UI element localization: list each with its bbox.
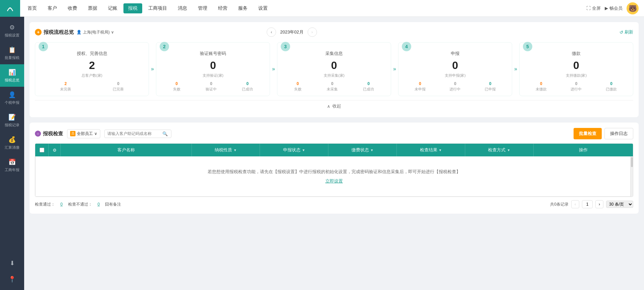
step-count-3: 0	[281, 59, 387, 72]
step-stat-label-2-1: 验证中	[206, 87, 217, 92]
batch-tax-icon: 📋	[8, 46, 16, 54]
double-arrow-icon-1: »	[151, 67, 154, 71]
step-stat-num-4-1: 0	[454, 81, 457, 86]
step-stat-num-1-0: 2	[64, 81, 67, 86]
nav-tax[interactable]: 报税	[123, 3, 142, 13]
step-stat-num-5-0: 0	[540, 81, 542, 86]
tax-check-header: ○ 报税检查 员 全部员工 ∨ 🔍 批量检查 操作日志	[35, 128, 633, 139]
step-stat-label-1-1: 已完善	[113, 87, 124, 92]
step-stat-num-3-0: 0	[297, 81, 299, 86]
next-page-button[interactable]: ›	[595, 200, 603, 208]
nav-fee[interactable]: 收费	[63, 3, 82, 13]
page-size-select[interactable]: 30 条/页 50 条/页 100 条/页	[606, 201, 633, 208]
nav-service[interactable]: 服务	[233, 3, 252, 13]
th-gear[interactable]: ⚙	[49, 144, 61, 156]
search-input[interactable]	[107, 131, 161, 136]
step-subtitle-2: 支持验证(家)	[160, 73, 266, 78]
step-stat-2-1: 0 验证中	[206, 81, 217, 92]
step-stat-num-4-0: 0	[419, 81, 421, 86]
pass-label: 检查通过：	[35, 202, 55, 207]
nav-manage[interactable]: 管理	[193, 3, 212, 13]
nav-business[interactable]: 工商项目	[144, 3, 172, 13]
employee-select[interactable]: 员 全部员工 ∨	[67, 129, 100, 138]
flow-step-5: 5 缴款 0 支持缴款(家) 0 未缴款 0 进行中	[519, 42, 633, 96]
search-icon[interactable]: 🔍	[162, 131, 168, 136]
refresh-button[interactable]: ↺ 刷新	[620, 29, 633, 35]
sidebar-item-individual-tax[interactable]: 👤 个税申报	[0, 87, 24, 109]
logo[interactable]	[0, 0, 20, 17]
filter-icon-1[interactable]: ▼	[233, 148, 237, 152]
header-checkbox[interactable]	[40, 148, 44, 152]
immediate-settings-link[interactable]: 立即设置	[325, 178, 343, 184]
double-arrow-icon-4: »	[514, 67, 517, 71]
step-stat-num-2-2: 0	[247, 81, 249, 86]
th-name: 客户名称	[61, 144, 192, 156]
sidebar-item-annual-report[interactable]: 📅 工商年报	[0, 154, 24, 176]
th-pay-status: 缴费状态 ▼	[328, 144, 397, 156]
vip-button[interactable]: ▶ 畅会员	[605, 5, 623, 11]
nav-operation[interactable]: 经营	[213, 3, 232, 13]
nav-message[interactable]: 消息	[173, 3, 192, 13]
step-stat-label-5-0: 未缴款	[536, 87, 547, 92]
flow-title-icon: +	[35, 29, 42, 35]
fail-count[interactable]: 0	[98, 202, 100, 207]
step-stat-1-0: 2 未完善	[60, 81, 71, 92]
employee-icon: 员	[70, 131, 75, 136]
sidebar-item-tax-settings[interactable]: ⚙ 报税设置	[0, 19, 24, 42]
sidebar-item-tax-overview[interactable]: 📊 报税总览	[0, 64, 24, 87]
mascot-avatar[interactable]: 🐻	[627, 2, 639, 14]
prev-month-button[interactable]: ‹	[267, 27, 276, 37]
collapse-label: 收起	[332, 103, 341, 109]
table-scrollbar[interactable]	[630, 156, 633, 197]
nav-invoice[interactable]: 票据	[83, 3, 102, 13]
prev-page-button[interactable]: ‹	[571, 200, 579, 208]
step-subtitle-1: 总客户数(家)	[39, 73, 145, 78]
filter-icon-2[interactable]: ▼	[302, 148, 305, 152]
collapse-button[interactable]: ∧ 收起	[35, 100, 633, 112]
current-month: 2023年02月	[280, 29, 303, 35]
fullscreen-icon: ⛶	[586, 6, 591, 11]
step-stat-label-4-1: 进行中	[449, 87, 461, 92]
step-stat-4-0: 0 未申报	[415, 81, 426, 92]
filter-icon-4[interactable]: ▼	[439, 148, 442, 152]
step-subtitle-4: 支持申报(家)	[402, 73, 508, 78]
filter-icon-5[interactable]: ▼	[507, 148, 510, 152]
location-person-icon: 👤	[76, 30, 82, 34]
gear-icon: ⚙	[53, 148, 57, 153]
location-tag[interactable]: 👤 上海(电子税局) ∨	[76, 29, 114, 35]
scrollbar-thumb	[631, 157, 633, 167]
fail-label: 检查不通过：	[68, 202, 92, 207]
nav-settings[interactable]: 设置	[254, 3, 272, 13]
sidebar-item-tax-records[interactable]: 📝 报税记录	[0, 109, 24, 132]
step-stat-4-2: 0 已申报	[485, 81, 496, 92]
play-icon: ▶	[605, 6, 608, 11]
sidebar-label-individual-tax: 个税申报	[5, 100, 19, 105]
operation-log-button[interactable]: 操作日志	[604, 128, 633, 139]
step-stat-label-4-2: 已申报	[485, 87, 496, 92]
nav-home[interactable]: 首页	[23, 3, 42, 13]
step-stats-1: 2 未完善 0 已完善	[39, 81, 145, 92]
page-input[interactable]	[582, 200, 593, 208]
nav-client[interactable]: 客户	[43, 3, 62, 13]
th-checkbox[interactable]	[35, 144, 49, 156]
employee-label: 全部员工	[77, 131, 93, 137]
fullscreen-button[interactable]: ⛶ 全屏	[586, 5, 601, 11]
flow-card-header: + 报税流程总览 👤 上海(电子税局) ∨ ‹ 2023年02月 › ↺ 刷新	[35, 27, 633, 37]
step-stat-label-3-2: 已成功	[363, 87, 374, 92]
sidebar-item-download[interactable]: ⬇	[7, 255, 17, 271]
filter-icon-3[interactable]: ▼	[370, 148, 374, 152]
sidebar-item-batch-tax[interactable]: 📋 批量报税	[0, 42, 24, 64]
step-title-3: 采集信息	[281, 51, 387, 57]
sidebar-item-clearance[interactable]: 💰 汇算清缴	[0, 132, 24, 154]
sidebar-item-location[interactable]: 📍	[7, 271, 17, 287]
location-text: 上海(电子税局)	[83, 29, 110, 35]
next-month-button[interactable]: ›	[308, 27, 317, 37]
step-stat-3-1: 0 未采集	[327, 81, 338, 92]
month-navigation: ‹ 2023年02月 ›	[267, 27, 317, 37]
flow-steps: 1 授权、完善信息 2 总客户数(家) 2 未完善 0 已完善	[35, 42, 633, 96]
step-arrow-3: »	[391, 67, 398, 71]
nav-accounting[interactable]: 记账	[103, 3, 122, 13]
pass-count[interactable]: 0	[60, 202, 63, 207]
step-arrow-2: »	[270, 67, 277, 71]
batch-check-button[interactable]: 批量检查	[574, 128, 602, 139]
